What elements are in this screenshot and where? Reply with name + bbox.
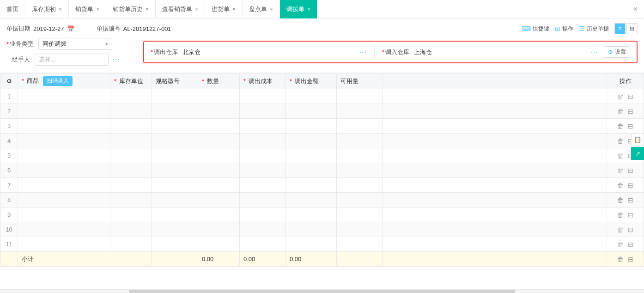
cell-cost[interactable] [240,89,286,104]
business-type-select[interactable]: 同价调拨 ▾ [38,38,112,50]
cell-available[interactable] [337,178,383,193]
scrollbar-track[interactable] [0,289,644,293]
cell-qty[interactable] [198,104,240,119]
cell-spec[interactable] [152,148,198,163]
copy-icon[interactable]: ⊟ [628,167,633,174]
cell-amount[interactable] [286,163,337,178]
cell-amount[interactable] [286,237,337,252]
cell-available[interactable] [337,193,383,208]
tab-sales[interactable]: 销货单 × [69,0,106,18]
cell-product[interactable] [18,163,110,178]
cell-amount[interactable] [286,104,337,119]
cell-qty[interactable] [198,163,240,178]
cell-unit[interactable] [110,134,152,148]
tab-stock-init[interactable]: 库存期初 × [25,0,69,18]
cell-qty[interactable] [198,134,240,148]
cell-unit[interactable] [110,208,152,222]
cell-available[interactable] [337,148,383,163]
view-toggle-grid[interactable]: ⊞ [626,23,638,34]
tab-close-icon[interactable]: × [146,6,149,12]
window-close-button[interactable]: × [627,0,644,18]
tab-sales-history[interactable]: 销货单历史 × [106,0,156,18]
cell-unit[interactable] [110,119,152,134]
cell-available[interactable] [337,134,383,148]
cell-available[interactable] [337,104,383,119]
cell-product[interactable] [18,208,110,222]
copy-icon[interactable]: ⊟ [628,226,633,233]
cell-unit[interactable] [110,222,152,237]
tab-close-icon[interactable]: × [270,6,273,12]
cell-product[interactable] [18,134,110,148]
cell-amount[interactable] [286,178,337,193]
tab-close-icon[interactable]: × [195,6,198,12]
tab-close-icon[interactable]: × [96,6,99,12]
cell-spec[interactable] [152,119,198,134]
cell-cost[interactable] [240,134,286,148]
cell-unit[interactable] [110,178,152,193]
cell-spec[interactable] [152,163,198,178]
cell-spec[interactable] [152,193,198,208]
cell-available[interactable] [337,119,383,134]
cell-cost[interactable] [240,163,286,178]
delete-icon[interactable]: 🗑 [617,196,624,204]
cell-qty[interactable] [198,178,240,193]
delete-icon[interactable]: 🗑 [617,152,624,159]
scan-barcode-btn[interactable]: 扫码录入 [43,76,73,86]
copy-icon[interactable]: ⊟ [628,122,633,130]
tab-home[interactable]: 首页 [0,0,25,18]
cell-product[interactable] [18,222,110,237]
cell-amount[interactable] [286,148,337,163]
cell-cost[interactable] [240,208,286,222]
delete-icon[interactable]: 🗑 [617,93,624,100]
copy-icon[interactable]: ⊟ [628,211,633,219]
cell-product[interactable] [18,148,110,163]
cell-available[interactable] [337,163,383,178]
cell-cost[interactable] [240,193,286,208]
cell-cost[interactable] [240,222,286,237]
cell-amount[interactable] [286,222,337,237]
copy-icon[interactable]: ⊟ [628,108,633,115]
delete-icon[interactable]: 🗑 [617,182,624,189]
right-tool-export[interactable]: ↗ [631,147,644,160]
warehouse-out-more-btn[interactable]: ··· [359,48,367,56]
cell-qty[interactable] [198,119,240,134]
cell-cost[interactable] [240,104,286,119]
delete-icon[interactable]: 🗑 [617,256,624,263]
cell-spec[interactable] [152,208,198,222]
cell-unit[interactable] [110,89,152,104]
tab-inventory[interactable]: 盘点单 × [243,0,280,18]
cell-product[interactable] [18,119,110,134]
cell-qty[interactable] [198,148,240,163]
cell-product[interactable] [18,104,110,119]
delete-icon[interactable]: 🗑 [617,226,624,233]
delete-icon[interactable]: 🗑 [617,167,624,174]
shortcut-btn[interactable]: ⌨ 快捷键 [522,25,549,33]
cell-amount[interactable] [286,208,337,222]
tab-close-icon[interactable]: × [59,6,62,12]
copy-icon[interactable]: ⊟ [628,196,633,204]
tab-purchase[interactable]: 进货单 × [205,0,243,18]
cell-qty[interactable] [198,208,240,222]
handler-select[interactable]: 选择... [35,54,109,66]
cell-cost[interactable] [240,237,286,252]
cell-spec[interactable] [152,178,198,193]
calendar-icon[interactable]: 📅 [67,25,74,32]
cell-qty[interactable] [198,222,240,237]
cell-amount[interactable] [286,193,337,208]
cell-product[interactable] [18,89,110,104]
cell-spec[interactable] [152,222,198,237]
tab-close-icon[interactable]: × [232,6,236,12]
cell-amount[interactable] [286,134,337,148]
cell-available[interactable] [337,208,383,222]
delete-icon[interactable]: 🗑 [617,241,624,248]
operation-btn[interactable]: ⊞ 操作 [555,25,573,33]
tab-close-icon[interactable]: × [307,6,310,12]
cell-product[interactable] [18,193,110,208]
tab-transfer[interactable]: 调拨单 × [280,0,317,18]
cell-spec[interactable] [152,89,198,104]
cell-unit[interactable] [110,163,152,178]
delete-icon[interactable]: 🗑 [617,108,624,115]
delete-icon[interactable]: 🗑 [617,211,624,219]
cell-qty[interactable] [198,89,240,104]
cell-unit[interactable] [110,237,152,252]
